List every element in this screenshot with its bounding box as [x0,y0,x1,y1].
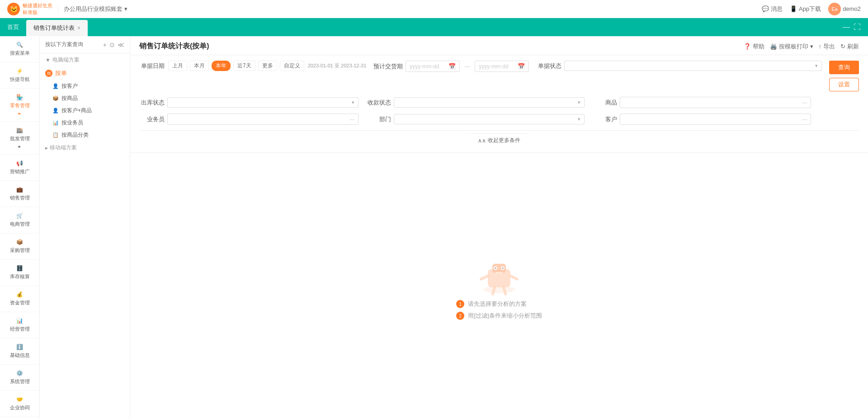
sidebar-item-system[interactable]: ⚙️ 系统管理 [0,365,39,391]
tab-sales-order-stats[interactable]: 销售订单统计表 × [26,20,88,36]
delivery-arrow: ▾ [352,100,354,105]
filter-area: 单据日期 上月 本月 本年 近7天 更多 自定义 2023-01-01 至 20… [130,55,868,153]
date-btn-more[interactable]: 更多 [258,61,277,71]
date-btn-custom[interactable]: 自定义 [280,61,304,71]
top-bar-right: 💬 消息 📱 App下载 Ea demo2 [762,3,861,15]
collapse-panel-button[interactable]: ≪ [118,41,124,48]
content-area: 按以下方案查询 + ⊙ ≪ ▼ 电脑端方案 按 按单 👤 按客户 [40,36,868,418]
basic-icon: ℹ️ [16,344,23,350]
tab-home[interactable]: 首页 [0,18,26,36]
export-button[interactable]: ↑ 导出 [819,43,835,51]
delivery-status-select[interactable]: ▾ [167,97,359,108]
scheme-by-customer-product-icon: 👤 [52,108,59,114]
sidebar-item-ecommerce[interactable]: 🛒 电商管理 [0,207,39,233]
date-btn-this-month[interactable]: 本月 [190,61,209,71]
top-bar: 🐱 畅捷通好生意 标准版 办公用品行业模拟账套 ▾ 💬 消息 📱 App下载 E… [0,0,868,18]
message-button[interactable]: 💬 消息 [762,5,783,13]
product-select[interactable]: ··· [620,97,811,108]
scheme-by-customer-product[interactable]: 👤 按客户+商品 [40,104,130,117]
svg-line-10 [493,287,495,294]
scheme-by-salesperson[interactable]: 📊 按业务员 [40,117,130,129]
delivery-status-label: 出库状态 [139,99,165,107]
app-download-button[interactable]: 📱 App下载 [790,5,821,13]
minimize-window-button[interactable]: — [843,23,850,31]
expected-date-label: 预计交货期 [373,62,403,71]
ecommerce-icon: 🛒 [16,213,23,219]
order-status-label: 单据状态 [536,62,561,70]
inventory-icon: 🗄️ [16,265,23,271]
top-bar-left: 🐱 畅捷通好生意 标准版 办公用品行业模拟账套 ▾ [7,2,127,15]
message-icon: 💬 [762,5,769,12]
scheme-by-order[interactable]: 按 按单 [40,66,130,80]
refresh-button[interactable]: ↻ 刷新 [840,43,859,51]
sidebar-item-marketing[interactable]: 📢 营销推广 [0,155,39,181]
logo-text: 畅捷通好生意 标准版 [23,2,52,15]
date-btn-7days[interactable]: 近7天 [233,61,255,71]
empty-illustration [472,251,526,296]
expected-date-end[interactable]: yyyy-mm-dd 📅 [475,61,529,72]
pc-group-header[interactable]: ▼ 电脑端方案 [40,53,130,66]
system-icon: ⚙️ [16,370,23,376]
left-panel-actions: + ⊙ ≪ [103,41,124,48]
salesperson-dots: ··· [349,116,354,123]
scheme-by-salesperson-icon: 📊 [52,120,59,126]
right-main: 销售订单统计表(按单) ❓ 帮助 🖨️ 按模板打印 ▾ ↑ [130,36,868,418]
order-status-select[interactable]: ▾ [564,61,822,71]
sidebar: 🔍 搜索菜单 ⚡ 快捷导航 🏪 零售管理 ▸ 🏬 批发管理 ▸ 📢 营销推广 💼… [0,36,40,418]
svg-rect-7 [495,272,503,273]
scheme-by-category[interactable]: 📋 按商品分类 [40,129,130,141]
close-tab-icon[interactable]: × [77,25,80,31]
fullscreen-button[interactable]: ⛶ [854,23,861,31]
expected-date-start[interactable]: yyyy-mm-dd 📅 [406,61,460,72]
svg-line-11 [504,287,505,294]
user-menu[interactable]: Ea demo2 [828,3,861,15]
department-select[interactable]: ▾ [394,114,585,124]
settings-button[interactable]: 设置 [829,78,859,91]
help-button[interactable]: ❓ 帮助 [744,43,764,51]
date-btn-last-month[interactable]: 上月 [168,61,187,71]
quick-nav-icon: ⚡ [16,68,23,74]
sidebar-search[interactable]: 🔍 搜索菜单 [0,36,39,62]
date-btn-this-year[interactable]: 本年 [212,61,231,71]
search-button[interactable]: 查询 [829,61,859,74]
edit-scheme-button[interactable]: ⊙ [109,41,115,48]
collapse-filter-button[interactable]: ∧∧ 收起更多条件 [471,133,528,147]
main-layout: 🔍 搜索菜单 ⚡ 快捷导航 🏪 零售管理 ▸ 🏬 批发管理 ▸ 📢 营销推广 💼… [0,36,868,418]
scheme-by-product-icon: 📦 [52,95,59,101]
operation-icon: 📊 [16,318,23,324]
template-print-button[interactable]: 🖨️ 按模板打印 ▾ [770,43,813,51]
sidebar-quick-nav[interactable]: ⚡ 快捷导航 [0,62,39,89]
mobile-group-header[interactable]: ▸ 移动端方案 [40,141,130,154]
sidebar-item-enterprise[interactable]: 🤝 企业协同 [0,391,39,417]
product-dots: ··· [802,99,807,106]
date-range-text: 2023-01-01 至 2023-12-31 [308,62,367,69]
svg-point-6 [502,267,504,269]
scheme-by-product[interactable]: 📦 按商品 [40,92,130,104]
date-buttons-group: 上月 本月 本年 近7天 更多 自定义 [168,61,304,71]
sidebar-item-purchase[interactable]: 📦 采购管理 [0,233,39,260]
retail-icon: 🏪 [16,94,23,100]
sidebar-item-finance[interactable]: 💰 资金管理 [0,286,39,312]
sidebar-item-wholesale[interactable]: 🏬 批发管理 ▸ [0,122,39,155]
print-dropdown-icon: ▾ [810,43,813,50]
expand-icon-mobile: ▸ [45,145,48,151]
sidebar-item-inventory[interactable]: 🗄️ 库存核算 [0,260,39,286]
avatar: Ea [828,3,841,15]
sales-icon: 💼 [16,186,23,193]
sidebar-item-basic[interactable]: ℹ️ 基础信息 [0,338,39,365]
add-scheme-button[interactable]: + [103,41,107,48]
scheme-by-customer[interactable]: 👤 按客户 [40,80,130,92]
enterprise-icon: 🤝 [16,396,23,403]
customer-select[interactable]: ··· [620,114,811,125]
sidebar-item-sales[interactable]: 💼 销售管理 [0,181,39,207]
finance-icon: 💰 [16,291,23,298]
app-selector[interactable]: 办公用品行业模拟账套 ▾ [58,5,127,13]
sidebar-item-retail[interactable]: 🏪 零售管理 ▸ [0,89,39,122]
page-title-row: 销售订单统计表(按单) ❓ 帮助 🖨️ 按模板打印 ▾ ↑ [139,42,859,51]
left-panel-header: 按以下方案查询 + ⊙ ≪ [40,36,130,53]
salesperson-select[interactable]: ··· [167,114,359,125]
scheme-by-customer-icon: 👤 [52,83,59,89]
payment-status-select[interactable]: ▾ [394,97,585,108]
sidebar-item-operation[interactable]: 📊 经营管理 [0,312,39,338]
marketing-icon: 📢 [16,160,23,166]
